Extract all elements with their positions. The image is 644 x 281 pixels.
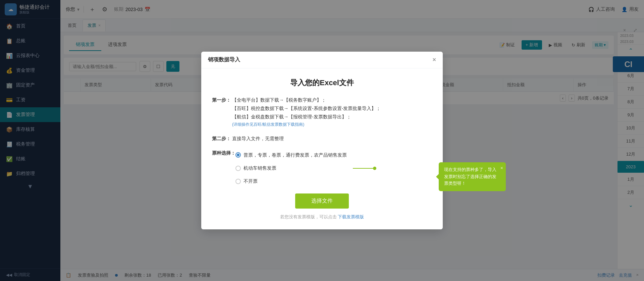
step1-link: (详细操作见百旺/航信发票数据下载指南) [232, 121, 432, 128]
dialog-main-title: 导入您的Excel文件 [212, 78, 432, 88]
radio-none-label: 不开票 [244, 177, 258, 185]
radio-circle-normal [235, 152, 241, 158]
radio-normal[interactable]: 普票，专票，卷票，通行费发票，农产品销售发票 [235, 151, 347, 159]
step1-content: 【全电平台】数据下载→【税务数字账户】； 【百旺】税控盘数据下载→【系统设置-系… [232, 96, 432, 128]
radio-car[interactable]: 机动车销售发票 [235, 164, 347, 172]
select-file-button[interactable]: 选择文件 [295, 193, 349, 209]
tooltip-box: × 现在支持的票种多了，导入发票时别忘了选择正确的发票类型呀！ [439, 162, 506, 191]
dialog-body: 导入您的Excel文件 第一步： 【全电平台】数据下载→【税务数字账户】； 【百… [201, 68, 443, 230]
import-dialog: 销项数据导入 × 导入您的Excel文件 第一步： 【全电平台】数据下载→【税务… [201, 52, 443, 230]
step2-text: 直接导入文件，无需整理 [232, 136, 284, 141]
window-close-btn[interactable]: × [620, 25, 629, 35]
radio-circle-none [235, 179, 241, 184]
radio-none[interactable]: 不开票 [235, 177, 347, 185]
window-maximize-btn[interactable]: ⤢ [631, 25, 640, 35]
step2-content: 直接导入文件，无需整理 [232, 134, 432, 143]
dialog-close-btn[interactable]: × [432, 57, 436, 63]
radio-row: 票种选择： 普票，专票，卷票，通行费发票，农产品销售发票 机动车销售发票 [212, 149, 432, 186]
tooltip-text: 现在支持的票种多了，导入发票时别忘了选择正确的发票类型呀！ [444, 167, 496, 186]
radio-car-label: 机动车销售发票 [244, 164, 276, 172]
radio-circle-car [235, 166, 241, 171]
radio-label: 票种选择： [212, 149, 235, 157]
step1-line1: 【全电平台】数据下载→【税务数字账户】； [232, 96, 432, 104]
step2-label: 第二步： [212, 134, 232, 143]
step1-line2: 【百旺】税控盘数据下载→【系统设置-系统参数设置-发票批量导入】； [232, 104, 432, 113]
radio-normal-label: 普票，专票，卷票，通行费发票，农产品销售发票 [244, 151, 347, 159]
dialog-title: 销项数据导入 [208, 56, 240, 63]
tooltip-close-btn[interactable]: × [500, 164, 503, 172]
guide-link[interactable]: (详细操作见百旺/航信发票数据下载指南) [232, 122, 304, 127]
dialog-overlay: × ⤢ 销项数据导入 × 导入您的Excel文件 第一步： 【全电平台】数据下载… [0, 0, 644, 281]
dialog-header: 销项数据导入 × [201, 52, 443, 68]
dialog-footer-note: 若您没有发票模版，可以点击 下载发票模版 [212, 214, 432, 220]
step1-line3: 【航信】金税盘数据下载→【报税管理-发票数据导出】； [232, 113, 432, 121]
radio-dot-normal [237, 154, 239, 156]
download-template-link[interactable]: 下载发票模版 [338, 214, 364, 219]
step2-row: 第二步： 直接导入文件，无需整理 [212, 134, 432, 143]
step1-row: 第一步： 【全电平台】数据下载→【税务数字账户】； 【百旺】税控盘数据下载→【系… [212, 96, 432, 128]
step1-label: 第一步： [212, 96, 232, 104]
radio-group: 普票，专票，卷票，通行费发票，农产品销售发票 机动车销售发票 [235, 151, 347, 186]
